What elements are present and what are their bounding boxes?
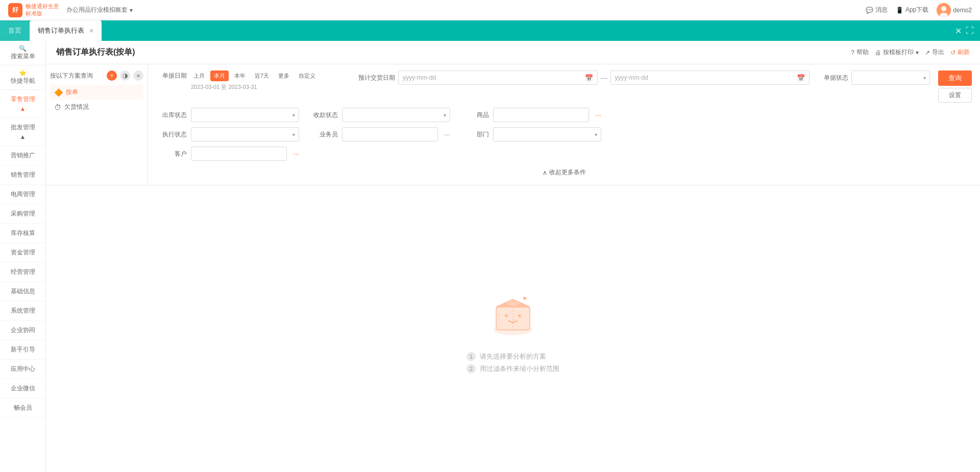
header-left: 好 畅捷通好生意 标准版 办公用品行业模拟账套 ▾ [8, 3, 136, 17]
sidebar-item-wholesale[interactable]: 批发管理 ▲ [0, 118, 45, 146]
set-button[interactable]: 设置 [938, 88, 972, 103]
empty-state: 1 请先选择要分析的方案 2 用过滤条件来缩小分析范围 [467, 284, 559, 373]
chevron-down-icon: ▾ [130, 7, 133, 14]
scheme-icon: ⏱ [54, 103, 61, 111]
sidebar-item-enterprise-wechat[interactable]: 企业微信 [0, 379, 45, 398]
refresh-button[interactable]: ↺ 刷新 [950, 48, 970, 57]
out-status-select[interactable] [191, 108, 299, 122]
empty-step-2: 2 用过滤条件来缩小分析范围 [467, 364, 559, 373]
query-button[interactable]: 查询 [938, 70, 972, 86]
filter-panel-actions: + ◑ « [107, 70, 143, 81]
exec-status-group: 执行状态 ▾ [156, 127, 299, 141]
quick-nav-icon: ⭐ [3, 69, 42, 77]
date-tag-more[interactable]: 更多 [275, 70, 293, 81]
goods-more-button[interactable]: ··· [595, 111, 601, 119]
svg-point-1 [941, 6, 946, 11]
expected-date-from[interactable]: yyyy-mm-dd 📅 [398, 70, 598, 85]
collapse-panel-button[interactable]: « [133, 70, 143, 81]
expand-icon: ▲ [20, 133, 26, 140]
collapse-icon: ∧ [543, 169, 547, 176]
salesperson-input[interactable] [342, 127, 438, 141]
scheme-icon: 🔶 [54, 88, 63, 97]
tab-maximize-button[interactable]: ⛶ [966, 26, 974, 35]
date-tags: 上月 本月 本年 近7天 更多 自定义 [190, 70, 319, 81]
sidebar-item-newbie[interactable]: 新手引导 [0, 340, 45, 360]
copy-scheme-button[interactable]: ◑ [120, 70, 130, 81]
filter-row-3: 执行状态 ▾ 业务员 ··· 部门 [156, 127, 972, 141]
sidebar-item-operations[interactable]: 经营管理 [0, 263, 45, 282]
date-tag-last-month[interactable]: 上月 [190, 70, 208, 81]
user-avatar-area[interactable]: demo2 [937, 3, 972, 17]
sidebar-item-collab[interactable]: 企业协同 [0, 321, 45, 340]
collapse-filter-button[interactable]: ∧ 收起更多条件 [536, 166, 592, 179]
svg-point-6 [523, 297, 526, 300]
app-icon: 📱 [896, 7, 903, 14]
department-label: 部门 [458, 130, 489, 139]
expected-date-label: 预计交货日期 [358, 74, 395, 82]
page-actions: ? 帮助 🖨 按模板打印 ▾ ↗ 导出 ↺ 刷新 [851, 48, 970, 57]
help-button[interactable]: ? 帮助 [851, 48, 869, 57]
department-select[interactable] [493, 127, 601, 141]
tab-close-button[interactable]: × [89, 27, 93, 35]
filter-row-2: 出库状态 ▾ 收款状态 ▾ 商品 [156, 108, 972, 122]
filter-panel-title: 按以下方案查询 + ◑ « [50, 70, 143, 81]
sidebar-item-member[interactable]: 畅会员 [0, 398, 45, 418]
doc-status-select[interactable] [851, 70, 930, 85]
exec-status-select[interactable] [191, 127, 299, 141]
customer-input[interactable] [191, 147, 287, 161]
date-tag-7days[interactable]: 近7天 [251, 70, 273, 81]
content-area: 销售订单执行表(按单) ? 帮助 🖨 按模板打印 ▾ ↗ 导出 ↺ 刷新 [46, 41, 980, 472]
sidebar-item-finance[interactable]: 资金管理 [0, 243, 45, 263]
date-tag-custom[interactable]: 自定义 [295, 70, 319, 81]
svg-point-9 [518, 314, 521, 317]
expected-date-to[interactable]: yyyy-mm-dd 📅 [610, 70, 810, 85]
goods-group: 商品 ··· [458, 108, 601, 122]
salesperson-group: 业务员 ··· [307, 127, 450, 141]
expand-icon: ▲ [20, 105, 26, 112]
receive-status-select[interactable] [342, 108, 450, 122]
page-title: 销售订单执行表(按单) [56, 47, 135, 58]
export-button[interactable]: ↗ 导出 [925, 48, 944, 57]
message-button[interactable]: 💬 消息 [866, 6, 888, 14]
scheme-item-by-order[interactable]: 🔶 按单 [50, 85, 143, 100]
sidebar-item-app-center[interactable]: 应用中心 [0, 360, 45, 379]
sidebar-item-inventory[interactable]: 库存核算 [0, 224, 45, 243]
top-header: 好 畅捷通好生意 标准版 办公用品行业模拟账套 ▾ 💬 消息 📱 App下载 [0, 0, 980, 20]
sidebar-item-marketing[interactable]: 营销推广 [0, 146, 45, 166]
customer-more-button[interactable]: ··· [293, 150, 299, 158]
scheme-item-shortage[interactable]: ⏱ 欠货情况 [50, 100, 143, 114]
add-scheme-button[interactable]: + [107, 70, 117, 81]
sidebar-item-retail[interactable]: 零售管理 ▲ [0, 90, 45, 118]
sidebar-item-sales[interactable]: 销售管理 [0, 166, 45, 185]
doc-status-label: 单据状态 [818, 74, 848, 82]
logo-area: 好 畅捷通好生意 标准版 [8, 3, 59, 17]
tab-home[interactable]: 首页 [0, 20, 30, 41]
exec-status-label: 执行状态 [156, 130, 187, 139]
calendar-icon-2: 📅 [797, 74, 805, 82]
empty-illustration [485, 284, 541, 342]
sidebar-quick-nav[interactable]: ⭐ 快捷导航 [0, 65, 45, 90]
salesperson-label: 业务员 [307, 130, 338, 139]
goods-input[interactable] [493, 108, 589, 122]
tab-sales-order[interactable]: 销售订单执行表 × [30, 20, 102, 41]
sidebar-item-ecommerce[interactable]: 电商管理 [0, 185, 45, 204]
salesperson-more-button[interactable]: ··· [444, 130, 450, 138]
filter-row-4: 客户 ··· [156, 147, 972, 161]
header-right: 💬 消息 📱 App下载 demo2 [866, 3, 972, 17]
sidebar-item-base-info[interactable]: 基础信息 [0, 282, 45, 301]
goods-label: 商品 [458, 111, 489, 120]
app-download-button[interactable]: 📱 App下载 [896, 6, 928, 14]
company-selector[interactable]: 办公用品行业模拟账套 ▾ [63, 5, 136, 15]
template-print-button[interactable]: 🖨 按模板打印 ▾ [875, 48, 919, 57]
date-tag-this-year[interactable]: 本年 [231, 70, 249, 81]
tab-close-window-button[interactable]: ✕ [955, 26, 962, 36]
sidebar-search[interactable]: 🔍 搜索菜单 [0, 41, 45, 65]
date-tag-this-month[interactable]: 本月 [210, 70, 229, 81]
tab-bar: 首页 销售订单执行表 × ✕ ⛶ [0, 20, 980, 41]
data-content: 1 请先选择要分析的方案 2 用过滤条件来缩小分析范围 [46, 185, 980, 472]
sidebar-item-purchase[interactable]: 采购管理 [0, 204, 45, 224]
sidebar-item-system[interactable]: 系统管理 [0, 301, 45, 321]
empty-steps: 1 请先选择要分析的方案 2 用过滤条件来缩小分析范围 [467, 352, 559, 373]
chevron-down-icon: ▾ [916, 49, 919, 56]
date-label: 单据日期 [156, 72, 187, 80]
